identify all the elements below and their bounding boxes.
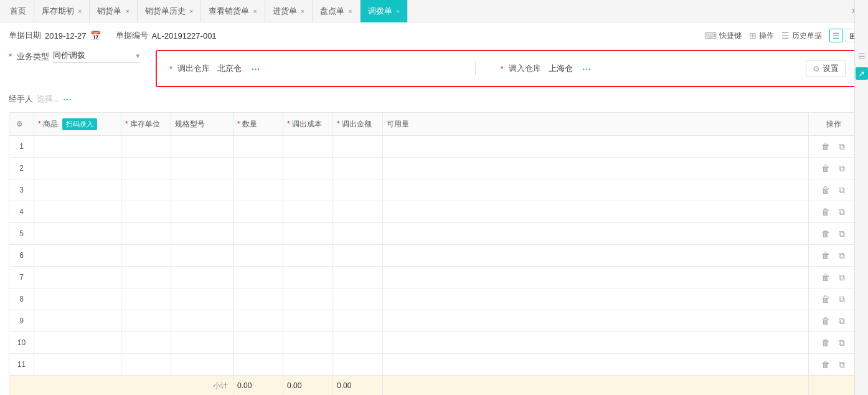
copy-icon-7[interactable]: ⧉: [836, 271, 848, 283]
tab-inventory-init-close[interactable]: ×: [78, 7, 82, 15]
history-label: 历史单据: [792, 31, 822, 41]
sidebar-export-icon[interactable]: ↗: [856, 67, 868, 80]
settings-button[interactable]: ⚙ 设置: [806, 60, 846, 77]
th-qty-label: 数量: [242, 119, 257, 130]
copy-icon-8[interactable]: ⧉: [836, 293, 848, 305]
tab-home[interactable]: 首页: [5, 0, 34, 22]
copy-icon-1[interactable]: ⧉: [836, 140, 848, 153]
row-qty-4: [234, 201, 283, 222]
row-num-2: 2: [9, 158, 34, 179]
row-cost-11: [283, 354, 333, 375]
th-ops-label: 操作: [826, 119, 841, 130]
shortcuts-label: 快捷键: [719, 31, 742, 41]
in-warehouse-label: 调入仓库: [509, 63, 541, 74]
person-placeholder[interactable]: 选择...: [37, 93, 60, 105]
table-gear-button[interactable]: ⚙: [13, 118, 26, 130]
row-ops-9: 🗑 ⧉: [809, 310, 859, 331]
tab-sales-order-close[interactable]: ×: [125, 7, 129, 15]
dropdown-arrow-icon: ▾: [136, 51, 140, 60]
row-available-1: [383, 136, 809, 157]
tab-purchase-label: 进货单: [273, 6, 297, 17]
copy-icon-10[interactable]: ⧉: [836, 336, 848, 349]
copy-icon-11[interactable]: ⧉: [836, 358, 848, 371]
person-more[interactable]: ···: [64, 95, 72, 104]
copy-icon-9[interactable]: ⧉: [836, 315, 848, 327]
tab-view-sales[interactable]: 查看销货单 ×: [201, 0, 265, 22]
out-warehouse-value: 北京仓: [217, 63, 242, 74]
row-product-7[interactable]: [34, 267, 121, 288]
shortcuts-button[interactable]: ⌨ 快捷键: [704, 31, 742, 41]
row-qty-10: [234, 332, 283, 353]
tab-inventory-check-close[interactable]: ×: [348, 7, 352, 15]
row-product-3[interactable]: [34, 179, 121, 201]
biz-type-select[interactable]: 同价调拨 ▾: [53, 50, 140, 63]
subtotal-ops: [809, 376, 859, 395]
th-product-required: *: [38, 120, 41, 128]
row-product-9[interactable]: [34, 310, 121, 331]
items-table: ⚙ * 商品 扫码录入 * 库存单位 规格型号 *: [9, 112, 859, 395]
table-header: ⚙ * 商品 扫码录入 * 库存单位 规格型号 *: [9, 113, 859, 136]
row-num-6: 6: [9, 245, 34, 266]
doc-no-field: 单据编号 AL-20191227-001: [116, 30, 217, 41]
operations-button[interactable]: ⊞ 操作: [749, 31, 774, 41]
row-amount-2: [333, 158, 383, 179]
delete-icon-1[interactable]: 🗑: [819, 140, 832, 153]
delete-icon-6[interactable]: 🗑: [819, 249, 832, 262]
tab-inventory-init[interactable]: 库存期初 ×: [34, 0, 90, 22]
tab-sales-history-close[interactable]: ×: [189, 7, 193, 15]
history-button[interactable]: ☰ 历史单据: [781, 31, 822, 41]
row-available-2: [383, 158, 809, 179]
copy-icon-5[interactable]: ⧉: [836, 227, 848, 240]
row-product-4[interactable]: [34, 201, 121, 222]
copy-icon-3[interactable]: ⧉: [836, 184, 848, 196]
calendar-icon[interactable]: 📅: [90, 31, 101, 40]
delete-icon-8[interactable]: 🗑: [819, 293, 832, 305]
delete-icon-10[interactable]: 🗑: [819, 336, 832, 349]
row-cost-7: [283, 267, 333, 288]
layout-list-icon[interactable]: ☰: [829, 29, 843, 42]
th-available: 可用量: [383, 113, 809, 135]
delete-icon-5[interactable]: 🗑: [819, 227, 832, 240]
row-product-5[interactable]: [34, 223, 121, 244]
copy-icon-2[interactable]: ⧉: [836, 162, 848, 174]
out-warehouse-more[interactable]: ···: [252, 64, 260, 74]
row-product-11[interactable]: [34, 354, 121, 375]
person-row: 经手人 选择... ···: [9, 93, 859, 105]
copy-icon-6[interactable]: ⧉: [836, 249, 848, 262]
tab-purchase[interactable]: 进货单 ×: [265, 0, 313, 22]
delete-icon-7[interactable]: 🗑: [819, 271, 832, 283]
table-row: 10 🗑 ⧉: [9, 332, 859, 354]
row-unit-2: [121, 158, 171, 179]
delete-icon-3[interactable]: 🗑: [819, 184, 832, 196]
in-warehouse-more[interactable]: ···: [583, 64, 592, 74]
row-product-6[interactable]: [34, 245, 121, 266]
tab-view-sales-close[interactable]: ×: [253, 7, 257, 15]
row-product-10[interactable]: [34, 332, 121, 353]
th-unit-label: 库存单位: [130, 119, 160, 130]
row-product-2[interactable]: [34, 158, 121, 179]
delete-icon-4[interactable]: 🗑: [819, 206, 832, 218]
th-spec: 规格型号: [171, 113, 234, 135]
row-available-8: [383, 288, 809, 310]
tab-transfer[interactable]: 调拨单 ×: [361, 0, 408, 22]
th-unit-required: *: [125, 120, 128, 128]
copy-icon-4[interactable]: ⧉: [836, 206, 848, 218]
row-product-1[interactable]: [34, 136, 121, 157]
row-amount-9: [333, 310, 383, 331]
tab-inventory-check[interactable]: 盘点单 ×: [313, 0, 360, 22]
row-product-8[interactable]: [34, 288, 121, 310]
delete-icon-11[interactable]: 🗑: [819, 358, 832, 371]
tab-transfer-close[interactable]: ×: [396, 7, 400, 15]
tab-sales-history[interactable]: 销货单历史 ×: [138, 0, 201, 22]
row-ops-1: 🗑 ⧉: [809, 136, 859, 157]
delete-icon-2[interactable]: 🗑: [819, 162, 832, 174]
sidebar-list-icon[interactable]: ☰: [856, 50, 868, 62]
table-row: 1 🗑 ⧉: [9, 136, 859, 158]
tab-purchase-close[interactable]: ×: [301, 7, 304, 15]
tab-sales-order[interactable]: 销货单 ×: [90, 0, 137, 22]
scan-button[interactable]: 扫码录入: [62, 118, 97, 130]
in-warehouse-field: * 调入仓库 上海仓 ···: [501, 63, 781, 74]
row-ops-5: 🗑 ⧉: [809, 223, 859, 244]
delete-icon-9[interactable]: 🗑: [819, 315, 832, 327]
row-unit-1: [121, 136, 171, 157]
